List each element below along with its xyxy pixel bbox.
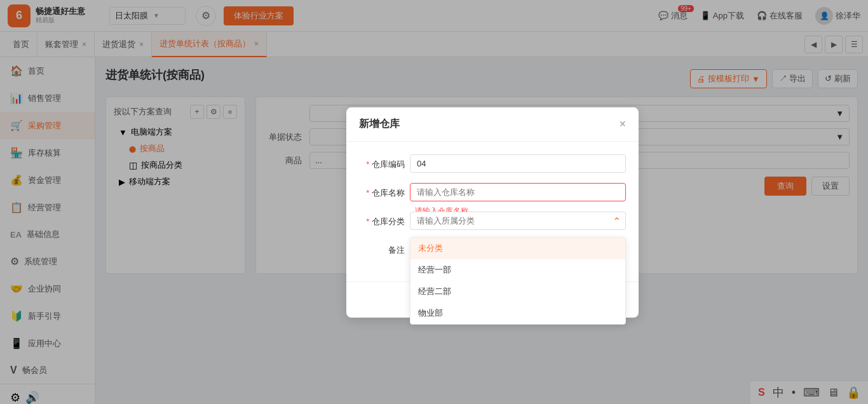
remark-label: 备注 xyxy=(359,240,410,256)
new-warehouse-modal: 新增仓库 × 仓库编码 仓库名称 请输入仓库名称 仓库分类 ⌃ 未分类 经营一部 xyxy=(346,107,639,318)
modal-title: 新增仓库 xyxy=(359,118,400,131)
code-label: 仓库编码 xyxy=(359,154,410,170)
name-label: 仓库名称 xyxy=(359,183,410,199)
category-dropdown: 未分类 经营一部 经营二部 物业部 xyxy=(410,237,626,325)
modal-header: 新增仓库 × xyxy=(346,107,639,142)
dropdown-item-2[interactable]: 经营二部 xyxy=(410,281,625,302)
category-input[interactable] xyxy=(410,212,626,230)
modal-close-button[interactable]: × xyxy=(619,118,626,131)
form-row-code: 仓库编码 xyxy=(359,154,626,173)
form-row-category: 仓库分类 ⌃ 未分类 经营一部 经营二部 物业部 xyxy=(359,212,626,230)
form-row-name: 仓库名称 请输入仓库名称 xyxy=(359,183,626,201)
dropdown-item-3[interactable]: 物业部 xyxy=(410,302,625,324)
dropdown-item-1[interactable]: 经营一部 xyxy=(410,259,625,281)
dropdown-item-0[interactable]: 未分类 xyxy=(410,238,625,259)
category-wrapper: ⌃ 未分类 经营一部 经营二部 物业部 xyxy=(410,212,626,230)
category-label: 仓库分类 xyxy=(359,212,410,227)
category-toggle-icon[interactable]: ⌃ xyxy=(613,215,621,227)
warehouse-code-input[interactable] xyxy=(410,154,626,173)
modal-body: 仓库编码 仓库名称 请输入仓库名称 仓库分类 ⌃ 未分类 经营一部 经营二部 物… xyxy=(346,142,639,281)
warehouse-name-input[interactable] xyxy=(410,183,626,201)
